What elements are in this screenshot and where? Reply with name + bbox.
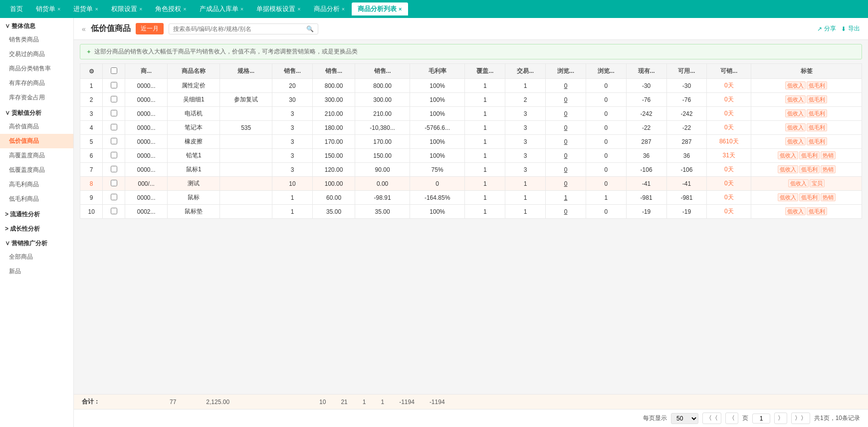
col-name[interactable]: 商品名称: [168, 64, 220, 79]
row-view1-link[interactable]: 1: [564, 194, 568, 201]
share-btn[interactable]: ↗ 分享: [817, 24, 836, 33]
col-settings[interactable]: ⚙: [80, 64, 103, 79]
nav-close-permissions[interactable]: ×: [139, 6, 142, 12]
sidebar-item-in-stock[interactable]: 有库存的商品: [0, 76, 73, 90]
sidebar-item-low-margin[interactable]: 低毛利商品: [0, 192, 73, 206]
sidebar-item-low-coverage[interactable]: 低覆盖度商品: [0, 163, 73, 177]
col-view2[interactable]: 浏览...: [586, 64, 626, 79]
sidebar-item-high-coverage[interactable]: 高覆盖度商品: [0, 148, 73, 163]
select-all-checkbox[interactable]: [111, 67, 117, 74]
nav-close-template[interactable]: ×: [297, 6, 300, 12]
last-page-btn[interactable]: 〉〉: [791, 413, 810, 424]
col-trans[interactable]: 交易...: [505, 64, 546, 79]
search-icon[interactable]: 🔍: [306, 25, 314, 32]
nav-close-role[interactable]: ×: [183, 6, 186, 12]
collapse-sidebar-btn[interactable]: «: [82, 25, 86, 33]
row-view1-link[interactable]: 0: [564, 96, 568, 103]
col-margin[interactable]: 毛利率: [410, 64, 465, 79]
sidebar-group-marketing[interactable]: ∨ 营销推广分析: [0, 235, 73, 250]
sidebar-item-category-rate[interactable]: 商品分类销售率: [0, 61, 73, 76]
sidebar-group-overall[interactable]: ∨ 整体信息: [0, 18, 73, 32]
sidebar-item-high-value[interactable]: 高价值商品: [0, 119, 73, 134]
sidebar-item-new-goods[interactable]: 新品: [0, 264, 73, 279]
table-wrapper[interactable]: ⚙ 商... 商品名称 规格... 销售... 销售... 销售... 毛利率 …: [74, 59, 868, 394]
row-checkbox[interactable]: [111, 166, 117, 172]
row-days: 0天: [707, 79, 751, 93]
nav-product-analysis[interactable]: 商品分析 ×: [308, 2, 351, 15]
filter-recent-month-btn[interactable]: 近一月: [136, 23, 164, 34]
col-spec[interactable]: 规格...: [220, 64, 272, 79]
sidebar-group-contribution[interactable]: ∨ 贡献值分析: [0, 105, 73, 119]
search-input[interactable]: [173, 25, 306, 32]
sidebar-item-low-value[interactable]: 低价值商品: [0, 134, 73, 148]
col-coverage[interactable]: 覆盖...: [465, 64, 505, 79]
row-checkbox[interactable]: [111, 138, 117, 144]
nav-product-list[interactable]: 商品分析列表 ×: [352, 2, 408, 15]
sidebar-item-capital[interactable]: 库存资金占用: [0, 90, 73, 105]
row-view1: 1: [546, 191, 586, 205]
settings-icon[interactable]: ⚙: [89, 68, 94, 75]
nav-permissions[interactable]: 权限设置 ×: [105, 2, 148, 15]
nav-role[interactable]: 角色授权 ×: [149, 2, 192, 15]
col-stock[interactable]: 现有...: [626, 64, 666, 79]
first-page-btn[interactable]: 〈〈: [702, 413, 721, 424]
row-view1-link[interactable]: 0: [564, 82, 568, 89]
tag-label: 低毛利: [807, 95, 827, 103]
col-days[interactable]: 可销...: [707, 64, 751, 79]
row-view1-link[interactable]: 0: [564, 180, 568, 187]
row-view1-link[interactable]: 0: [564, 110, 568, 117]
row-view1-link[interactable]: 0: [564, 166, 568, 173]
nav-product-storage[interactable]: 产成品入库单 ×: [194, 2, 249, 15]
row-checkbox[interactable]: [111, 110, 117, 116]
sidebar-item-all-goods[interactable]: 全部商品: [0, 250, 73, 264]
col-avail[interactable]: 可用...: [666, 64, 707, 79]
col-code[interactable]: 商...: [125, 64, 167, 79]
col-amount[interactable]: 销售...: [312, 64, 355, 79]
row-avail: -22: [666, 121, 707, 135]
nav-close-sales[interactable]: ×: [57, 6, 60, 12]
prev-page-btn[interactable]: 〈: [725, 413, 738, 424]
tag-label: 低毛利: [807, 81, 827, 89]
next-page-btn[interactable]: 〉: [774, 413, 787, 424]
row-name: 吴细细1: [168, 93, 220, 107]
col-checkbox[interactable]: [103, 64, 125, 79]
row-checkbox[interactable]: [111, 82, 117, 88]
row-checkbox[interactable]: [111, 180, 117, 186]
page-number-input[interactable]: [752, 414, 770, 424]
row-view1-link[interactable]: 0: [564, 208, 568, 215]
footer-trans: 21: [341, 399, 347, 406]
col-qty[interactable]: 销售...: [272, 64, 313, 79]
nav-close-analysis[interactable]: ×: [342, 6, 345, 12]
sidebar-item-sales-goods[interactable]: 销售类商品: [0, 32, 73, 47]
row-checkbox[interactable]: [111, 194, 117, 200]
sidebar-group-flow[interactable]: > 流通性分析: [0, 206, 73, 221]
row-checkbox[interactable]: [111, 96, 117, 102]
row-checkbox[interactable]: [111, 124, 117, 130]
col-view1[interactable]: 浏览...: [546, 64, 586, 79]
col-avg[interactable]: 销售...: [355, 64, 410, 79]
row-checkbox[interactable]: [111, 208, 117, 214]
page-size-select[interactable]: 50 100 200: [671, 413, 698, 424]
col-tags[interactable]: 标签: [751, 64, 862, 79]
nav-home[interactable]: 首页: [4, 2, 29, 15]
export-btn[interactable]: ⬇ 导出: [841, 24, 860, 33]
row-checkbox[interactable]: [111, 152, 117, 158]
nav-close-purchase[interactable]: ×: [95, 6, 98, 12]
nav-purchase[interactable]: 进货单 ×: [67, 2, 104, 15]
row-view1-link[interactable]: 0: [564, 138, 568, 145]
sidebar-item-high-margin[interactable]: 高毛利商品: [0, 177, 73, 192]
sidebar-group-growth[interactable]: > 成长性分析: [0, 221, 73, 235]
nav-sales[interactable]: 销货单 ×: [30, 2, 66, 15]
row-stock: -41: [626, 177, 666, 191]
nav-close-list[interactable]: ×: [399, 6, 402, 12]
row-avail: -41: [666, 177, 707, 191]
row-view2: 0: [586, 121, 626, 135]
row-view1-link[interactable]: 0: [564, 152, 568, 159]
nav-template[interactable]: 单据模板设置 ×: [250, 2, 306, 15]
main-content: « 低价值商品 近一月 🔍 ↗ 分享 ⬇ 导出 ✦ 这部分商品的销售收入大幅: [74, 18, 868, 427]
table-row: 8000/...测试10100.000.0001100-41-410天低收入宝贝: [80, 177, 862, 191]
row-view1-link[interactable]: 0: [564, 124, 568, 131]
row-number: 4: [80, 121, 103, 135]
nav-close-product-storage[interactable]: ×: [240, 6, 243, 12]
sidebar-item-traded[interactable]: 交易过的商品: [0, 47, 73, 61]
